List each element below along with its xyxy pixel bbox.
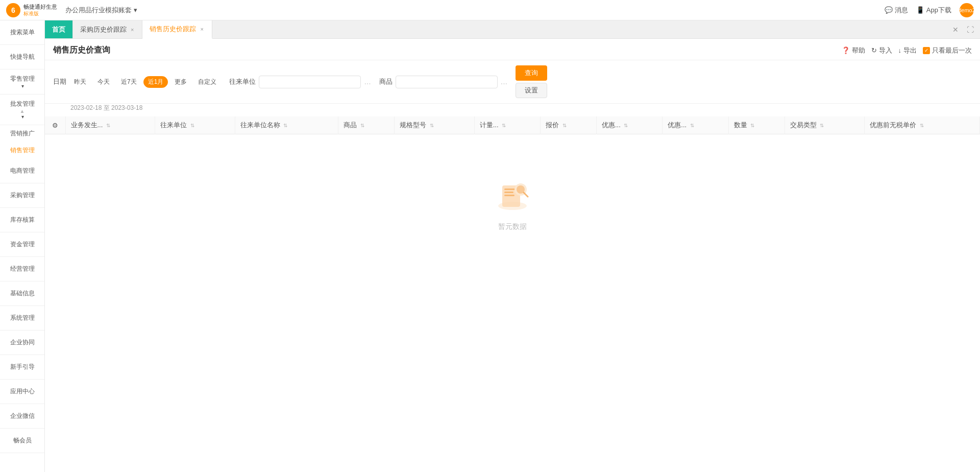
date-opt-more[interactable]: 更多 — [170, 76, 191, 88]
empty-text: 暂元数据 — [498, 222, 527, 231]
sidebar-item-wechat[interactable]: 企业微信 — [0, 404, 44, 429]
only-last-checkbox[interactable]: ✓ 只看最后一次 — [923, 46, 972, 55]
col-trade-type[interactable]: 交易类型 ⇅ — [785, 116, 864, 134]
col-spec[interactable]: 规格型号 ⇅ — [395, 116, 474, 134]
logo-area: 6 畅捷通好生意 标准版 — [6, 3, 57, 17]
user-profile[interactable]: demo2 — [960, 3, 974, 17]
svg-rect-3 — [504, 192, 513, 193]
checkbox-icon: ✓ — [923, 47, 930, 54]
sidebar-item-finance[interactable]: 资金管理 — [0, 232, 44, 257]
tab-close-sales[interactable]: × — [199, 26, 204, 33]
partner-select-btn[interactable]: ... — [364, 77, 371, 86]
export-btn[interactable]: ↓ 导出 — [898, 46, 917, 55]
sort-arrows-quantity: ⇅ — [750, 123, 754, 128]
import-icon: ↻ — [871, 46, 877, 54]
date-opt-last1m[interactable]: 近1月 — [143, 76, 168, 88]
partner-label: 往来单位 — [229, 77, 256, 86]
sidebar-item-basics[interactable]: 基础信息 — [0, 281, 44, 306]
sidebar-item-retail[interactable]: 零售管理 — [0, 69, 44, 95]
query-button[interactable]: 查询 — [516, 65, 547, 81]
page-header-actions: ❓ 帮助 ↻ 导入 ↓ 导出 ✓ 只看最后一次 — [842, 46, 972, 55]
date-opt-today[interactable]: 今天 — [93, 76, 114, 88]
sort-arrows-pretax-price: ⇅ — [920, 123, 924, 128]
col-partner-code[interactable]: 往来单位 ⇅ — [155, 116, 235, 134]
content-area: 首页 采购历史价跟踪 × 销售历史价跟踪 × ✕ ⛶ 销售历史价查询 — [45, 20, 980, 472]
sidebar-item-search[interactable]: 搜索菜单 — [0, 20, 44, 45]
sidebar-item-member[interactable]: 畅会员 — [0, 429, 44, 453]
empty-state: 暂元数据 — [45, 134, 980, 272]
sidebar-item-guide[interactable]: 新手引导 — [0, 355, 44, 380]
col-quantity[interactable]: 数量 ⇅ — [728, 116, 785, 134]
query-btn-area: 查询 设置 — [516, 65, 547, 98]
page-header: 销售历史价查询 ❓ 帮助 ↻ 导入 ↓ 导出 ✓ — [45, 39, 980, 60]
product-input[interactable] — [396, 76, 498, 88]
main-layout: 搜索菜单 快捷导航 零售管理 批发管理 ▲ 营销推广 销售管理 电商管理 采购管… — [0, 20, 980, 472]
col-settings[interactable]: ⚙ — [45, 116, 65, 134]
logo-icon: 6 — [6, 3, 20, 17]
close-window-btn[interactable]: ✕ — [950, 23, 961, 36]
col-pretax-price[interactable]: 优惠前无税单价 ⇅ — [864, 116, 979, 134]
sort-arrows-price: ⇅ — [562, 123, 567, 128]
help-btn[interactable]: ❓ 帮助 — [842, 46, 865, 55]
col-partner-name[interactable]: 往来单位名称 ⇅ — [235, 116, 338, 134]
sort-arrows-trade-type: ⇅ — [820, 123, 824, 128]
tab-close-purchase[interactable]: × — [130, 26, 135, 33]
maximize-btn[interactable]: ⛶ — [965, 23, 976, 36]
app-icon: 📱 — [916, 6, 924, 14]
date-opt-custom[interactable]: 自定义 — [193, 76, 221, 88]
sort-arrows-discount2: ⇅ — [690, 123, 694, 128]
top-bar: 6 畅捷通好生意 标准版 办公用品行业模拟账套 ▾ 💬 消息 📱 App下载 d… — [0, 0, 980, 20]
col-unit[interactable]: 计量... ⇅ — [474, 116, 540, 134]
sidebar-item-ecommerce[interactable]: 电商管理 — [0, 159, 44, 183]
tab-bar: 首页 采购历史价跟踪 × 销售历史价跟踪 × ✕ ⛶ — [45, 20, 980, 39]
partner-input[interactable] — [259, 76, 361, 88]
svg-rect-2 — [504, 188, 516, 190]
top-bar-right: 💬 消息 📱 App下载 demo2 — [885, 3, 974, 17]
sidebar-item-operations[interactable]: 经营管理 — [0, 257, 44, 281]
filter-bar: 日期 昨天 今天 近7天 近1月 更多 自定义 往来单位 ... — [45, 60, 980, 104]
col-discount2[interactable]: 优惠... ⇅ — [663, 116, 728, 134]
sidebar-item-cooperation[interactable]: 企业协同 — [0, 331, 44, 355]
page-title: 销售历史价查询 — [53, 45, 110, 56]
table-header-row: ⚙ 业务发生... ⇅ 往来单位 ⇅ 往来单位名称 — [45, 116, 980, 134]
partner-filter-group: 往来单位 ... — [229, 76, 371, 88]
message-action[interactable]: 💬 消息 — [885, 6, 908, 15]
settings-button[interactable]: 设置 — [516, 83, 547, 98]
sidebar: 搜索菜单 快捷导航 零售管理 批发管理 ▲ 营销推广 销售管理 电商管理 采购管… — [0, 20, 45, 472]
chevron-down-icon: ▾ — [134, 6, 137, 14]
import-btn[interactable]: ↻ 导入 — [871, 46, 892, 55]
col-biz-date[interactable]: 业务发生... ⇅ — [65, 116, 155, 134]
date-options: 昨天 今天 近7天 近1月 更多 自定义 — [69, 76, 221, 88]
sort-arrows-product: ⇅ — [360, 123, 364, 128]
col-discount1[interactable]: 优惠... ⇅ — [596, 116, 662, 134]
sidebar-item-marketing[interactable]: 营销推广 — [0, 125, 44, 142]
tab-purchase[interactable]: 采购历史价跟踪 × — [73, 20, 142, 38]
date-label: 日期 — [53, 77, 66, 86]
top-bar-left: 6 畅捷通好生意 标准版 办公用品行业模拟账套 ▾ — [6, 3, 141, 17]
data-table: ⚙ 业务发生... ⇅ 往来单位 ⇅ 往来单位名称 — [45, 116, 980, 134]
sort-arrows-unit: ⇅ — [502, 123, 506, 128]
product-select-btn[interactable]: ... — [501, 77, 507, 86]
sidebar-item-wholesale[interactable]: 批发管理 ▲ — [0, 95, 44, 125]
wholesale-label: 批发管理 — [10, 100, 35, 108]
sidebar-item-inventory[interactable]: 库存核算 — [0, 208, 44, 232]
date-opt-yesterday[interactable]: 昨天 — [69, 76, 91, 88]
col-price[interactable]: 报价 ⇅ — [540, 116, 596, 134]
date-opt-last7[interactable]: 近7天 — [116, 76, 141, 88]
company-selector[interactable]: 办公用品行业模拟账套 ▾ — [61, 4, 141, 17]
retail-label: 零售管理 — [10, 75, 35, 83]
sidebar-item-sales-mgmt[interactable]: 销售管理 — [0, 142, 44, 159]
sidebar-item-app-center[interactable]: 应用中心 — [0, 380, 44, 404]
sidebar-item-shortcut[interactable]: 快捷导航 — [0, 45, 44, 69]
sidebar-item-system[interactable]: 系统管理 — [0, 306, 44, 331]
logo-text: 畅捷通好生意 标准版 — [23, 3, 57, 17]
date-range-display: 2023-02-18 至 2023-03-18 — [45, 104, 980, 116]
tab-sales[interactable]: 销售历史价跟踪 × — [142, 20, 212, 39]
chevron-down-icon: ▲ — [20, 108, 25, 114]
svg-rect-4 — [504, 195, 514, 196]
col-product[interactable]: 商品 ⇅ — [338, 116, 395, 134]
sidebar-item-purchase[interactable]: 采购管理 — [0, 183, 44, 208]
tab-home[interactable]: 首页 — [45, 20, 73, 38]
app-download-action[interactable]: 📱 App下载 — [916, 6, 951, 15]
sort-arrows-partner-name: ⇅ — [283, 123, 287, 128]
